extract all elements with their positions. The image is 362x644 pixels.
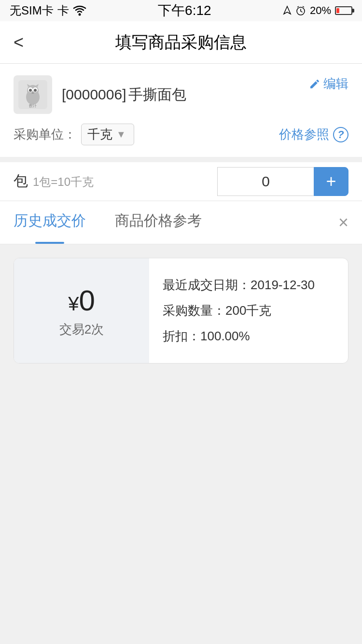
card-detail-discount: 折扣：100.00% — [163, 327, 334, 346]
wifi-icon — [73, 5, 86, 16]
status-bar: 无SIM卡 卡 下午6:12 20% — [0, 0, 362, 21]
unit-dropdown-arrow: ▼ — [116, 129, 126, 140]
svg-text:数计: 数计 — [29, 104, 37, 108]
unit-select[interactable]: 千克 ▼ — [81, 124, 134, 145]
product-left: 数计 [0000006] 手撕面包 — [14, 75, 186, 114]
product-image: 数计 — [14, 75, 52, 114]
svg-point-12 — [34, 89, 37, 92]
carrier-text: 无SIM卡 — [10, 3, 54, 18]
quantity-label: 包 1包=10千克 — [14, 171, 94, 191]
main-content: ¥0 交易2次 最近成交日期：2019-12-30 采购数量：200千克 折扣：… — [0, 244, 362, 630]
svg-line-5 — [303, 6, 304, 7]
price-ref-icon: ? — [333, 127, 348, 142]
price-value: 0 — [79, 284, 95, 317]
edit-label: 编辑 — [323, 75, 348, 92]
location-icon — [283, 5, 292, 16]
battery-fill — [336, 8, 339, 13]
card-detail-quantity: 采购数量：200千克 — [163, 301, 334, 320]
alarm-icon — [295, 5, 306, 16]
product-title: 手撕面包 — [128, 86, 186, 102]
quantity-unit: 包 — [14, 171, 28, 191]
card-left: ¥0 交易2次 — [14, 258, 149, 363]
product-logo: 数计 — [18, 80, 47, 109]
card-trades: 交易2次 — [59, 321, 104, 338]
battery-percent: 20% — [310, 4, 331, 17]
unit-select-value: 千克 — [87, 126, 112, 143]
product-name: [0000006] 手撕面包 — [62, 85, 186, 105]
sim-text: 卡 — [57, 3, 69, 18]
product-id: [0000006] — [62, 86, 126, 102]
edit-icon — [309, 78, 320, 90]
status-left: 无SIM卡 卡 — [10, 3, 86, 18]
tab-close-button[interactable]: × — [338, 214, 348, 231]
product-header: 数计 [0000006] 手撕面包 编辑 — [14, 75, 348, 114]
quantity-plus-button[interactable]: + — [314, 167, 348, 196]
svg-point-0 — [78, 14, 81, 16]
product-unit-row: 采购单位： 千克 ▼ 价格参照 ? — [14, 124, 348, 145]
tabs-list: 历史成交价 商品价格参考 — [14, 201, 202, 244]
svg-point-11 — [29, 89, 32, 92]
history-card: ¥0 交易2次 最近成交日期：2019-12-30 采购数量：200千克 折扣：… — [14, 258, 348, 364]
svg-line-3 — [301, 11, 302, 12]
price-ref-label: 价格参照 — [279, 126, 329, 143]
tabs-header: 历史成交价 商品价格参考 × — [0, 201, 362, 244]
plus-icon: + — [326, 171, 336, 192]
tab-product-price[interactable]: 商品价格参考 — [115, 201, 202, 244]
battery-icon — [335, 6, 352, 15]
tab-history-price[interactable]: 历史成交价 — [14, 201, 86, 244]
tab-history-label: 历史成交价 — [14, 211, 86, 231]
quantity-section: 包 1包=10千克 0 + — [0, 162, 362, 200]
status-right: 20% — [283, 4, 352, 17]
section-divider — [0, 158, 362, 162]
quantity-value: 0 — [262, 173, 270, 190]
product-section: 数计 [0000006] 手撕面包 编辑 采购单位： 千克 ▼ 价格参照 — [0, 64, 362, 157]
tab-active-indicator — [35, 242, 64, 244]
tab-product-label: 商品价格参考 — [115, 211, 202, 231]
tabs-section: 历史成交价 商品价格参考 × — [0, 201, 362, 244]
status-time: 下午6:12 — [158, 1, 211, 20]
card-section: ¥0 交易2次 最近成交日期：2019-12-30 采购数量：200千克 折扣：… — [0, 244, 362, 377]
svg-line-4 — [297, 6, 299, 7]
quantity-input[interactable]: 0 — [217, 167, 314, 196]
card-price: ¥0 — [68, 284, 95, 317]
edit-button[interactable]: 编辑 — [309, 75, 348, 92]
price-ref-button[interactable]: 价格参照 ? — [279, 126, 348, 143]
unit-label: 采购单位： — [14, 126, 76, 143]
nav-bar: < 填写商品采购信息 — [0, 21, 362, 64]
card-detail-date: 最近成交日期：2019-12-30 — [163, 276, 334, 294]
back-button[interactable]: < — [14, 32, 24, 53]
yen-symbol: ¥ — [68, 293, 79, 314]
quantity-conversion: 1包=10千克 — [33, 174, 94, 190]
page-title: 填写商品采购信息 — [115, 31, 247, 54]
quantity-input-area: 0 + — [217, 167, 348, 196]
card-right: 最近成交日期：2019-12-30 采购数量：200千克 折扣：100.00% — [149, 258, 348, 363]
